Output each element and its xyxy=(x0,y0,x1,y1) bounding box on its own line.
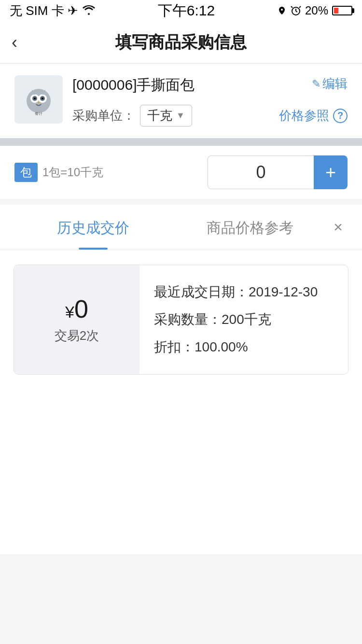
detail-qty: 采购数量：200千克 xyxy=(154,310,334,329)
quantity-input[interactable] xyxy=(208,155,314,189)
tab-history-price[interactable]: 历史成交价 xyxy=(14,205,172,250)
location-icon xyxy=(277,6,287,15)
tabs-section: 历史成交价 商品价格参考 × ¥0 交易2次 最近成交日期：2019-12-30… xyxy=(0,205,362,554)
svg-point-5 xyxy=(27,89,51,113)
unit-info: 包 1包=10千克 xyxy=(14,163,103,182)
tab-price-ref[interactable]: 商品价格参考 xyxy=(172,205,329,250)
quantity-plus-button[interactable]: + xyxy=(314,155,348,189)
close-button[interactable]: × xyxy=(329,213,348,241)
help-icon: ? xyxy=(333,109,348,123)
product-info: [0000006]手撕面包 ✎ 编辑 采购单位： 千克 ▼ 价格参照 ? xyxy=(72,75,348,126)
product-image: 餐计 xyxy=(14,75,63,124)
price-trades: 交易2次 xyxy=(55,327,99,344)
tab-content: ¥0 交易2次 最近成交日期：2019-12-30 采购数量：200千克 折扣：… xyxy=(0,265,362,554)
battery-icon xyxy=(332,6,352,15)
sim-text: 无 SIM 卡 ✈ xyxy=(10,2,78,19)
svg-text:餐计: 餐计 xyxy=(35,112,42,116)
wifi-icon xyxy=(82,5,96,16)
divider-bar xyxy=(0,138,362,146)
chevron-down-icon: ▼ xyxy=(176,111,185,121)
price-left: ¥0 交易2次 xyxy=(14,265,139,374)
svg-line-3 xyxy=(291,6,292,8)
svg-line-4 xyxy=(299,6,301,8)
nav-bar: ‹ 填写商品采购信息 xyxy=(0,21,362,64)
price-amount: ¥0 xyxy=(65,294,88,323)
unit-label: 采购单位： xyxy=(72,107,135,124)
unit-desc: 1包=10千克 xyxy=(42,165,103,180)
status-bar: 无 SIM 卡 ✈ 下午6:12 20% xyxy=(0,0,362,21)
alarm-icon xyxy=(291,6,301,15)
status-time: 下午6:12 xyxy=(158,1,215,21)
price-right: 最近成交日期：2019-12-30 采购数量：200千克 折扣：100.00% xyxy=(139,265,348,374)
edit-button[interactable]: ✎ 编辑 xyxy=(312,75,348,92)
price-card: ¥0 交易2次 最近成交日期：2019-12-30 采购数量：200千克 折扣：… xyxy=(14,265,348,375)
status-right: 20% xyxy=(277,4,352,17)
quantity-row: 包 1包=10千克 + xyxy=(0,146,362,199)
product-name: [0000006]手撕面包 xyxy=(72,75,195,95)
battery-pct: 20% xyxy=(305,4,328,17)
back-button[interactable]: ‹ xyxy=(12,32,17,53)
svg-point-11 xyxy=(42,98,43,99)
edit-icon: ✎ xyxy=(312,78,320,90)
page-title: 填写商品采购信息 xyxy=(115,31,247,54)
status-left: 无 SIM 卡 ✈ xyxy=(10,2,96,19)
svg-line-2 xyxy=(296,11,297,12)
detail-date: 最近成交日期：2019-12-30 xyxy=(154,282,334,301)
product-card: 餐计 [0000006]手撕面包 ✎ 编辑 采购单位： 千克 ▼ 价格参照 xyxy=(0,64,362,138)
detail-discount: 折扣：100.00% xyxy=(154,337,334,356)
product-logo: 餐计 xyxy=(22,83,56,116)
unit-select[interactable]: 千克 ▼ xyxy=(140,105,192,126)
svg-point-10 xyxy=(34,98,36,99)
tabs-header: 历史成交价 商品价格参考 × xyxy=(0,205,362,250)
price-ref-button[interactable]: 价格参照 ? xyxy=(279,107,348,124)
quantity-input-area: + xyxy=(208,155,348,189)
unit-badge: 包 xyxy=(14,163,38,182)
